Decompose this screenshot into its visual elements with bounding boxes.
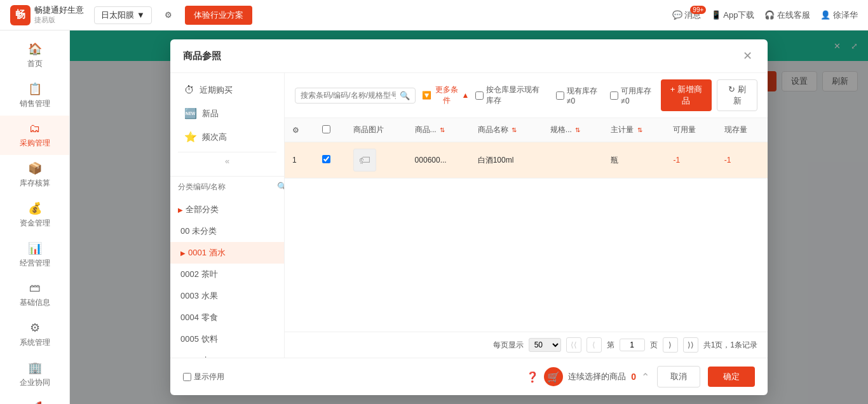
user-avatar[interactable]: 👤 徐泽华 xyxy=(820,10,858,21)
sidebar-item-enterprise[interactable]: 🏢 企业协同 xyxy=(0,354,69,394)
cell-checkbox xyxy=(315,142,346,178)
logo-icon: 畅 xyxy=(10,5,31,25)
next-page-button[interactable]: ⟩ xyxy=(663,337,678,353)
sidebar-item-guide[interactable]: 🚀 新手引导 xyxy=(0,394,69,404)
show-disabled-label[interactable]: 显示停用 xyxy=(183,372,224,382)
cell-code: 000600... xyxy=(407,142,470,178)
category-item-all[interactable]: ▶ 全部分类 xyxy=(170,199,284,220)
collapse-icon: « xyxy=(225,156,229,166)
cell-available: -1 xyxy=(665,142,716,178)
current-stock-checkbox-label[interactable]: 现有库存≠0 xyxy=(556,86,600,105)
cart-collapse-icon[interactable]: ⌃ xyxy=(641,371,649,383)
rocket-icon: 🚀 xyxy=(28,401,42,404)
experience-button[interactable]: 体验行业方案 xyxy=(185,6,252,25)
product-reference-modal: 商品参照 ✕ ⏱ 近期购买 🆕 新 xyxy=(170,39,768,395)
headset-icon: 🎧 xyxy=(764,10,775,20)
sidebar-label-business: 经营管理 xyxy=(20,258,50,269)
category-search-input[interactable] xyxy=(178,182,273,191)
sort-code-icon: ⇅ xyxy=(440,126,445,133)
available-stock-checkbox-label[interactable]: 可用库存≠0 xyxy=(610,86,654,105)
filter-checkboxes: 按仓库显示现有库存 现有库存≠0 可用库存≠0 xyxy=(475,84,654,106)
recent-icon: ⏱ xyxy=(184,84,194,96)
col-current: 现存量 xyxy=(717,118,768,142)
col-spec[interactable]: 规格... ⇅ xyxy=(543,118,603,142)
col-unit[interactable]: 主计量 ⇅ xyxy=(603,118,665,142)
tree-arrow-icon: ▶ xyxy=(178,206,183,213)
money-icon: 💰 xyxy=(28,201,42,215)
cart-count: 0 xyxy=(631,372,636,382)
category-item-0003[interactable]: 0003 水果 xyxy=(170,285,284,307)
page-number-input[interactable] xyxy=(620,339,645,351)
sidebar-item-home[interactable]: 🏠 首页 xyxy=(0,36,69,76)
col-name[interactable]: 商品名称 ⇅ xyxy=(470,118,543,142)
app-download-link[interactable]: 📱 App下载 xyxy=(711,10,754,21)
sidebar-item-purchase[interactable]: 🗂 采购管理 xyxy=(0,116,69,155)
refresh-button[interactable]: ↻ 刷新 xyxy=(717,79,757,111)
cart-button[interactable]: 🛒 xyxy=(544,367,563,386)
building-icon: 🏢 xyxy=(28,361,42,375)
col-available: 可用量 xyxy=(665,118,716,142)
prev-page-button[interactable]: ⟨ xyxy=(587,337,602,353)
modal-close-button[interactable]: ✕ xyxy=(740,48,755,64)
col-code[interactable]: 商品... ⇅ xyxy=(407,118,470,142)
first-page-button[interactable]: ⟨⟨ xyxy=(566,337,581,353)
notification-bell[interactable]: 💬 消息 99+ xyxy=(672,10,702,21)
logo-text: 畅捷通好生意 捷易版 xyxy=(34,5,84,25)
row-checkbox[interactable] xyxy=(322,155,330,163)
chevron-down-icon: ▼ xyxy=(137,10,145,20)
category-item-0002[interactable]: 0002 茶叶 xyxy=(170,264,284,285)
current-stock-checkbox[interactable] xyxy=(556,91,564,100)
settings-button[interactable]: ⚙ xyxy=(159,8,177,22)
database-icon: 🗃 xyxy=(29,281,41,295)
category-item-0001[interactable]: ▶ 0001 酒水 xyxy=(170,242,284,264)
sidebar-item-business[interactable]: 📊 经营管理 xyxy=(0,235,69,275)
sidebar-item-system[interactable]: ⚙ 系统管理 xyxy=(0,314,69,354)
sidebar-collapse-button[interactable]: « xyxy=(178,152,276,170)
select-all-checkbox[interactable] xyxy=(322,125,330,133)
sidebar-item-basic[interactable]: 🗃 基础信息 xyxy=(0,275,69,314)
product-table: ⚙ 商品图片 xyxy=(285,118,768,178)
pagination: 每页显示 50 10 20 100 ⟨⟨ ⟨ 第 页 xyxy=(285,332,768,358)
sort-spec-icon: ⇅ xyxy=(575,126,580,133)
store-selector[interactable]: 日太阳膜 ▼ xyxy=(94,6,152,24)
cancel-button[interactable]: 取消 xyxy=(657,366,700,387)
category-item-0008[interactable]: 0008 水 xyxy=(170,350,284,358)
col-image: 商品图片 xyxy=(346,118,407,142)
sort-name-icon: ⇅ xyxy=(512,126,517,133)
last-page-button[interactable]: ⟩⟩ xyxy=(683,337,698,353)
sidebar-label-sales: 销售管理 xyxy=(20,98,50,109)
category-item-0004[interactable]: 0004 零食 xyxy=(170,307,284,328)
per-page-select[interactable]: 50 10 20 100 xyxy=(529,338,561,352)
warehouse-checkbox-label[interactable]: 按仓库显示现有库存 xyxy=(475,84,546,106)
modal-title: 商品参照 xyxy=(183,50,221,62)
add-product-button[interactable]: + 新增商品 xyxy=(661,79,712,111)
category-search-icon[interactable]: 🔍 xyxy=(277,182,285,191)
modal-main: 🔍 🔽 更多条件 ▲ 按仓库显示现有库存 xyxy=(285,73,768,358)
sidebar-item-sales[interactable]: 📋 销售管理 xyxy=(0,76,69,116)
show-disabled-checkbox[interactable] xyxy=(183,373,191,381)
table-row[interactable]: 1 🏷 xyxy=(285,142,768,178)
online-service-link[interactable]: 🎧 在线客服 xyxy=(764,10,810,21)
sidebar-label-purchase: 采购管理 xyxy=(20,138,50,149)
cell-name: 白酒100ml xyxy=(470,142,543,178)
sidebar-nav-frequent[interactable]: ⭐ 频次高 xyxy=(178,126,276,148)
sidebar-nav-recent[interactable]: ⏱ 近期购买 xyxy=(178,79,276,101)
sidebar-nav-new[interactable]: 🆕 新品 xyxy=(178,102,276,125)
cart-area: ❓ 🛒 连续选择的商品 0 ⌃ xyxy=(526,367,649,386)
category-search-area: 🔍 xyxy=(170,176,284,196)
warehouse-checkbox[interactable] xyxy=(475,91,484,100)
help-icon[interactable]: ❓ xyxy=(526,371,539,383)
sidebar-item-finance[interactable]: 💰 资金管理 xyxy=(0,195,69,235)
confirm-button[interactable]: 确定 xyxy=(708,367,755,387)
category-item-00[interactable]: 00 未分类 xyxy=(170,220,284,242)
sidebar-label-inventory: 库存核算 xyxy=(20,178,50,189)
sidebar-item-inventory[interactable]: 📦 库存核算 xyxy=(0,155,69,195)
filter-button[interactable]: 🔽 更多条件 ▲ xyxy=(422,84,469,106)
product-search-icon[interactable]: 🔍 xyxy=(400,91,410,100)
category-item-0005[interactable]: 0005 饮料 xyxy=(170,328,284,350)
available-stock-checkbox[interactable] xyxy=(610,91,618,100)
table-gear-icon[interactable]: ⚙ xyxy=(292,126,299,135)
sidebar-label-enterprise: 企业协同 xyxy=(20,377,50,388)
product-search-input[interactable] xyxy=(301,91,396,100)
page-label: 第 xyxy=(607,340,614,351)
